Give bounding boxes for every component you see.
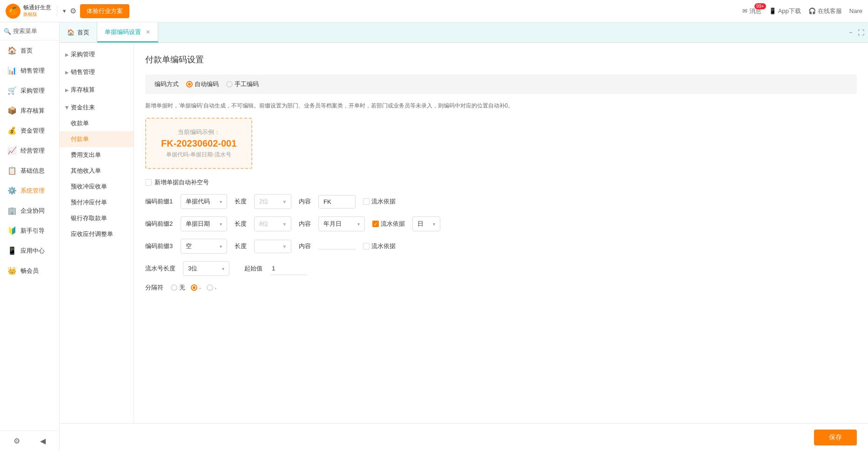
- user-menu[interactable]: Nare: [849, 7, 862, 14]
- sidebar-item-appcenter[interactable]: 📱 应用中心: [0, 241, 59, 261]
- sub-sidebar-item-prepayment[interactable]: 预付冲应付单: [60, 195, 134, 210]
- sep-dash-radio[interactable]: ·: [207, 284, 217, 291]
- sub-sidebar-item-adjustment[interactable]: 应收应付调整单: [60, 226, 134, 242]
- sidebar-item-enterprise[interactable]: 🏢 企业协同: [0, 201, 59, 221]
- sidebar-item-member[interactable]: 👑 畅会员: [0, 261, 59, 281]
- preview-desc: 单据代码-单据日期-流水号: [161, 151, 236, 159]
- sub-sidebar: ▶ 采购管理 ▶ 销售管理 ▶ 库存核算: [60, 43, 134, 423]
- sub-sidebar-header-funds[interactable]: ▶ 资金往来: [60, 100, 134, 115]
- prefix2-content-arrow: ▾: [357, 222, 360, 227]
- sub-sidebar-group-inventory: ▶ 库存核算: [60, 82, 134, 98]
- sub-sidebar-item-payment[interactable]: 付款单: [60, 131, 134, 147]
- purchase-icon: 🛒: [7, 86, 17, 95]
- trial-button[interactable]: 体验行业方案: [80, 4, 129, 18]
- prefix2-stream-checkbox[interactable]: ✓ 流水依据: [372, 220, 405, 228]
- sep-dot-circle: [191, 284, 197, 291]
- form-title: 付款单编码设置: [145, 54, 857, 65]
- tab-bar: 🏠 首页 单据编码设置 ✕ － ⛶: [60, 22, 868, 43]
- start-value-input[interactable]: [270, 262, 307, 275]
- sidebar-item-sales[interactable]: 📊 销售管理: [0, 61, 59, 81]
- funds-icon: 💰: [7, 126, 17, 135]
- stream-length-arrow: ▾: [222, 266, 224, 271]
- tab-home[interactable]: 🏠 首页: [60, 22, 97, 42]
- prefix1-row: 编码前缀1 单据代码 ▾ 长度 2位 ▾ 内容 FK 流水依据: [145, 194, 857, 209]
- sub-sidebar-header-sales[interactable]: ▶ 销售管理: [60, 64, 134, 80]
- save-button[interactable]: 保存: [814, 430, 857, 445]
- sidebar-item-purchase[interactable]: 🛒 采购管理: [0, 81, 59, 101]
- sep-dot-radio[interactable]: ·: [191, 284, 201, 291]
- dropdown-arrow: ▾: [63, 7, 66, 14]
- sidebar-item-newguide[interactable]: 🔰 新手引导: [0, 221, 59, 241]
- preview-label: 当前编码示例：: [161, 128, 236, 136]
- main-layout: 🔍 搜索菜单 🏠 首页 📊 销售管理 🛒 采购管理 📦 库存核算 💰 资金管理 …: [0, 22, 868, 451]
- prefix1-length-select[interactable]: 2位 ▾: [254, 194, 291, 209]
- preview-code: FK-20230602-001: [161, 138, 236, 149]
- prefix3-label: 编码前缀3: [145, 242, 173, 250]
- sidebar-item-system[interactable]: ⚙️ 系统管理: [0, 181, 59, 201]
- form-area: 付款单编码设置 编码方式 自动编码 手工编码: [134, 43, 868, 423]
- auto-fill-checkbox[interactable]: [145, 179, 152, 186]
- prefix3-length-label: 长度: [235, 242, 247, 250]
- settings-bottom-icon[interactable]: ⚙: [12, 435, 22, 447]
- tab-close-icon[interactable]: ✕: [146, 29, 150, 35]
- appcenter-icon: 📱: [7, 246, 17, 255]
- prefix1-select[interactable]: 单据代码 ▾: [181, 194, 227, 209]
- prefix3-stream-checkbox[interactable]: 流水依据: [363, 242, 396, 250]
- prefix3-length-select[interactable]: ▾: [254, 240, 291, 253]
- prefix2-length-select[interactable]: 8位 ▾: [254, 216, 291, 231]
- app-download-button[interactable]: 📱 App下载: [769, 7, 801, 15]
- settings-icon[interactable]: ⚙: [70, 7, 76, 15]
- logo-icon: 🍊: [6, 4, 20, 19]
- sidebar-item-home[interactable]: 🏠 首页: [0, 40, 59, 61]
- sub-sidebar-group-sales: ▶ 销售管理: [60, 64, 134, 80]
- stream-row: 流水号长度 3位 ▾ 起始值: [145, 261, 857, 276]
- member-icon: 👑: [7, 266, 17, 275]
- manual-encoding-radio[interactable]: 手工编码: [226, 80, 259, 88]
- prefix3-stream-check-icon: [363, 243, 370, 249]
- prefix2-select[interactable]: 单据日期 ▾: [181, 216, 227, 231]
- prefix3-content-label: 内容: [299, 242, 311, 250]
- sidebar-item-operations[interactable]: 📈 经营管理: [0, 141, 59, 161]
- content-area: 🏠 首页 单据编码设置 ✕ － ⛶ ▶ 采购管理: [60, 22, 868, 451]
- tab-minimize-icon[interactable]: －: [848, 28, 854, 37]
- sub-sidebar-item-expense[interactable]: 费用支出单: [60, 147, 134, 163]
- sub-sidebar-item-otherincome[interactable]: 其他收入单: [60, 163, 134, 179]
- sub-sidebar-item-receipt[interactable]: 收款单: [60, 115, 134, 131]
- content-panel: ▶ 采购管理 ▶ 销售管理 ▶ 库存核算: [60, 43, 868, 423]
- online-service-button[interactable]: 🎧 在线客服: [808, 7, 842, 15]
- auto-encoding-radio[interactable]: 自动编码: [186, 80, 219, 88]
- stream-length-select[interactable]: 3位 ▾: [183, 261, 229, 276]
- search-icon: 🔍: [4, 28, 11, 35]
- arrow-icon-funds: ▶: [65, 106, 70, 109]
- sub-sidebar-item-prereceipt[interactable]: 预收冲应收单: [60, 179, 134, 195]
- sidebar-item-basic[interactable]: 📋 基础信息: [0, 161, 59, 181]
- app-logo: 🍊 畅通好生意 旗舰版: [6, 4, 51, 19]
- system-icon: ⚙️: [7, 186, 17, 195]
- prefix3-row: 编码前缀3 空 ▾ 长度 ▾ 内容 流水依据: [145, 239, 857, 254]
- prefix1-stream-checkbox[interactable]: 流水依据: [363, 197, 396, 206]
- inventory-icon: 📦: [7, 106, 17, 115]
- logo-text: 畅通好生意 旗舰版: [23, 4, 51, 18]
- manual-encoding-circle: [226, 81, 233, 88]
- tab-encoding[interactable]: 单据编码设置 ✕: [97, 22, 158, 42]
- prefix2-stream-period-select[interactable]: 日 ▾: [412, 216, 440, 231]
- sub-sidebar-header-inventory[interactable]: ▶ 库存核算: [60, 82, 134, 98]
- topbar-dropdown[interactable]: ▾: [63, 7, 66, 14]
- prefix2-label: 编码前缀2: [145, 220, 173, 228]
- tab-expand-icon[interactable]: ⛶: [858, 29, 864, 36]
- sep-none-radio[interactable]: 无: [171, 283, 185, 292]
- collapse-icon[interactable]: ◀: [38, 435, 47, 447]
- sub-sidebar-header-purchase[interactable]: ▶ 采购管理: [60, 47, 134, 62]
- message-button[interactable]: ✉ 消息 99+: [742, 7, 761, 15]
- prefix1-select-arrow: ▾: [220, 199, 222, 204]
- home-icon: 🏠: [7, 46, 17, 55]
- sub-sidebar-item-banksave[interactable]: 银行存取款单: [60, 210, 134, 226]
- sidebar-search[interactable]: 🔍 搜索菜单: [0, 22, 59, 40]
- sidebar-item-inventory[interactable]: 📦 库存核算: [0, 101, 59, 121]
- operations-icon: 📈: [7, 146, 17, 155]
- prefix3-select[interactable]: 空 ▾: [181, 239, 227, 254]
- separator-label: 分隔符: [145, 283, 163, 292]
- sidebar-item-funds[interactable]: 💰 资金管理: [0, 121, 59, 141]
- tab-bar-actions: － ⛶: [844, 22, 868, 42]
- prefix2-content-select[interactable]: 年月日 ▾: [318, 216, 365, 231]
